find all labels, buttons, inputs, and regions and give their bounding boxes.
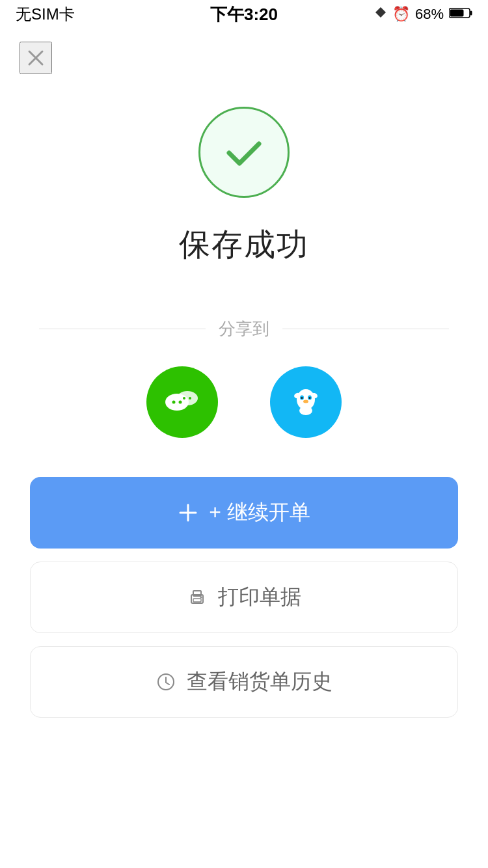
divider-line-right xyxy=(282,329,449,329)
qq-icon xyxy=(285,381,327,423)
svg-point-15 xyxy=(309,397,311,399)
qq-share-button[interactable] xyxy=(270,366,342,438)
share-divider: 分享到 xyxy=(0,318,488,340)
close-button[interactable] xyxy=(20,42,52,74)
svg-point-7 xyxy=(172,401,176,404)
divider-line-left xyxy=(39,329,206,329)
svg-point-25 xyxy=(200,597,202,599)
carrier-label: 无SIM卡 xyxy=(16,4,75,25)
share-icons-row xyxy=(0,366,488,438)
share-label: 分享到 xyxy=(206,318,282,340)
svg-point-8 xyxy=(179,401,182,404)
svg-point-10 xyxy=(189,397,191,400)
status-left: 无SIM卡 xyxy=(16,4,80,25)
svg-point-14 xyxy=(301,397,303,399)
continue-button[interactable]: + 继续开单 xyxy=(30,477,458,549)
plus-icon xyxy=(178,502,198,523)
location-icon xyxy=(374,6,387,23)
svg-rect-24 xyxy=(193,599,201,602)
history-button[interactable]: 查看销货单历史 xyxy=(30,646,458,718)
history-label: 查看销货单历史 xyxy=(187,668,332,696)
actions-section: + 继续开单 打印单据 查看销货单历史 xyxy=(0,477,488,718)
svg-point-19 xyxy=(299,406,312,415)
svg-point-16 xyxy=(303,400,308,403)
wechat-icon xyxy=(161,381,203,423)
history-icon xyxy=(156,671,176,692)
status-bar: 无SIM卡 下午3:20 ⏰ 68% xyxy=(0,0,488,29)
print-button[interactable]: 打印单据 xyxy=(30,562,458,633)
print-icon xyxy=(187,587,208,608)
success-check-circle xyxy=(198,107,290,198)
status-time: 下午3:20 xyxy=(210,3,278,26)
check-icon xyxy=(221,129,267,175)
alarm-icon: ⏰ xyxy=(392,6,410,23)
svg-rect-1 xyxy=(470,11,472,16)
success-section: 保存成功 xyxy=(0,87,488,298)
continue-label: + 继续开单 xyxy=(209,498,310,527)
wechat-share-button[interactable] xyxy=(146,366,218,438)
print-label: 打印单据 xyxy=(218,583,301,612)
svg-point-9 xyxy=(183,397,185,400)
close-area xyxy=(0,29,488,87)
svg-rect-2 xyxy=(450,10,464,17)
success-title: 保存成功 xyxy=(179,224,309,265)
close-icon xyxy=(27,49,45,67)
battery-icon xyxy=(449,6,472,23)
battery-label: 68% xyxy=(415,6,444,23)
status-right: ⏰ 68% xyxy=(374,6,472,23)
